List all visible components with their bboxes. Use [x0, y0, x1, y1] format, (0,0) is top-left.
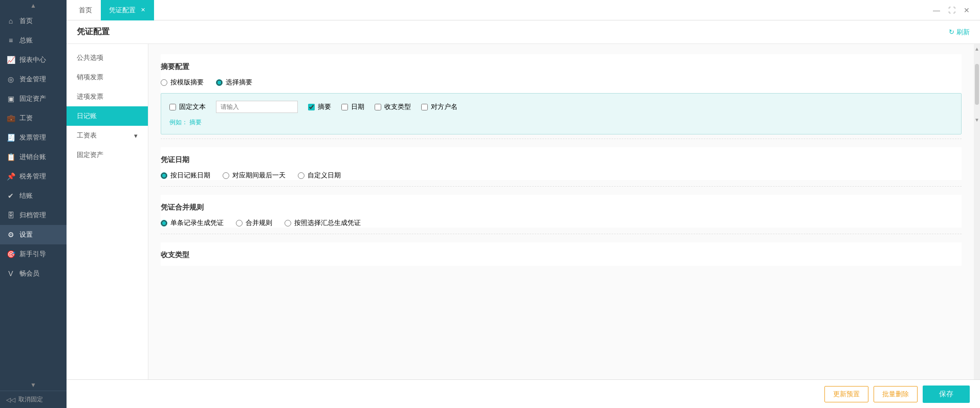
abstract-radio-select[interactable]: 选择摘要: [216, 78, 252, 87]
abstract-checkbox[interactable]: [308, 104, 315, 110]
income-type-section-title: 收支类型: [161, 242, 962, 266]
member-icon: V: [6, 269, 15, 278]
date-radio-journal[interactable]: 按日记账日期: [161, 171, 210, 180]
abstract-example: 例如： 摘要: [169, 118, 953, 127]
counterpart-name-checkbox[interactable]: [421, 104, 428, 110]
left-nav-fixed-assets[interactable]: 固定资产: [67, 145, 148, 165]
sidebar-item-ledger[interactable]: ≡ 总账: [0, 31, 67, 50]
batch-delete-button[interactable]: 批量删除: [874, 386, 918, 402]
left-nav-purchase-invoice[interactable]: 进项发票: [67, 87, 148, 106]
left-nav-public[interactable]: 公共选项: [67, 48, 148, 67]
date-journal-radio[interactable]: [161, 172, 167, 179]
tax-icon: 📌: [6, 172, 15, 180]
scroll-arrow-bottom[interactable]: ▼: [974, 115, 979, 125]
right-content: 摘要配置 按模版摘要 选择摘要: [148, 44, 974, 379]
checkbox-date[interactable]: 日期: [341, 102, 364, 111]
merge-radio-rules[interactable]: 合并规则: [236, 218, 272, 228]
abstract-section: 摘要配置 按模版摘要 选择摘要: [161, 54, 962, 134]
bottom-bar: 更新预置 批量删除 保存: [67, 379, 980, 408]
checkbox-abstract[interactable]: 摘要: [308, 102, 331, 111]
save-button[interactable]: 保存: [923, 386, 970, 403]
date-last-day-radio[interactable]: [223, 172, 229, 179]
divider-1: [161, 139, 962, 139]
sidebar-unpin-button[interactable]: ◁◁ 取消固定: [0, 391, 67, 408]
reports-icon: 📈: [6, 56, 15, 64]
abstract-select-radio[interactable]: [216, 79, 223, 86]
sidebar-item-tax[interactable]: 📌 税务管理: [0, 167, 67, 186]
date-custom-radio[interactable]: [298, 172, 304, 179]
fixed-text-input[interactable]: [216, 101, 298, 113]
sidebar-item-archive[interactable]: 🗄 归档管理: [0, 206, 67, 225]
divider-2: [161, 186, 962, 187]
tab-home[interactable]: 首页: [71, 0, 101, 20]
sidebar-item-reports[interactable]: 📈 报表中心: [0, 50, 67, 70]
tab-voucher-config[interactable]: 凭证配置 ✕: [101, 0, 154, 20]
pin-icon: ◁◁: [6, 396, 15, 403]
merge-radio-single[interactable]: 单条记录生成凭证: [161, 218, 224, 228]
settings-icon: ⚙: [6, 231, 15, 239]
date-checkbox[interactable]: [341, 104, 348, 110]
merge-radio-summary[interactable]: 按照选择汇总生成凭证: [285, 218, 361, 228]
sidebar-item-salary[interactable]: 💼 工资: [0, 108, 67, 128]
left-nav: 公共选项 销项发票 进项发票 日记账 工资表 ▾ 固定资产: [67, 44, 148, 379]
sidebar-item-home[interactable]: ⌂ 首页: [0, 11, 67, 31]
sidebar-item-guide[interactable]: 🎯 新手引导: [0, 244, 67, 264]
checkbox-counterpart-name[interactable]: 对方户名: [421, 102, 458, 111]
date-radio-last-day[interactable]: 对应期间最后一天: [223, 171, 286, 180]
scroll-thumb[interactable]: [975, 64, 979, 105]
refresh-button[interactable]: ↻ 刷新: [949, 28, 970, 37]
merge-radio-group: 单条记录生成凭证 合并规则 按照选择汇总生成凭证: [161, 218, 962, 228]
date-radio-custom[interactable]: 自定义日期: [298, 171, 341, 180]
sidebar-item-assets[interactable]: ▣ 固定资产: [0, 89, 67, 108]
tab-bar-controls: — ⛶ ✕: [931, 5, 976, 15]
sidebar-item-funds[interactable]: ◎ 资金管理: [0, 70, 67, 89]
minimize-button[interactable]: —: [931, 5, 942, 15]
checkbox-fixed-text[interactable]: 固定文本: [169, 102, 206, 111]
date-section-title: 凭证日期: [161, 147, 962, 171]
checkbox-income-type[interactable]: 收支类型: [375, 102, 411, 111]
funds-icon: ◎: [6, 75, 15, 83]
trade-icon: 📋: [6, 153, 15, 161]
left-nav-payroll[interactable]: 工资表 ▾: [67, 126, 148, 145]
merge-summary-radio[interactable]: [285, 220, 291, 226]
sidebar: ▲ ⌂ 首页 ≡ 总账 📈 报表中心 ◎ 资金管理 ▣ 固定资产 💼 工资 🧾 …: [0, 0, 67, 408]
date-radio-group: 按日记账日期 对应期间最后一天 自定义日期: [161, 171, 962, 180]
checkout-icon: ✔: [6, 192, 15, 200]
divider-3: [161, 234, 962, 234]
income-type-checkbox[interactable]: [375, 104, 381, 110]
income-type-section: 收支类型: [161, 242, 962, 266]
salary-icon: 💼: [6, 114, 15, 122]
page-title: 凭证配置: [77, 27, 110, 37]
sidebar-item-trade[interactable]: 📋 进销台账: [0, 147, 67, 167]
tab-close-button[interactable]: ✕: [141, 7, 145, 13]
update-preview-button[interactable]: 更新预置: [824, 386, 868, 402]
sidebar-item-invoice[interactable]: 🧾 发票管理: [0, 128, 67, 147]
main-area: 首页 凭证配置 ✕ — ⛶ ✕ 凭证配置 ↻ 刷新 公共选项 销项: [67, 0, 980, 408]
abstract-radio-group: 按模版摘要 选择摘要: [161, 78, 962, 87]
content-with-scroll: 摘要配置 按模版摘要 选择摘要: [148, 44, 980, 379]
page-header: 凭证配置 ↻ 刷新: [67, 20, 980, 44]
merge-single-radio[interactable]: [161, 220, 167, 226]
abstract-config-box: 固定文本 摘要 日期: [161, 93, 962, 134]
content-area: 公共选项 销项发票 进项发票 日记账 工资表 ▾ 固定资产: [67, 44, 980, 379]
abstract-radio-template[interactable]: 按模版摘要: [161, 78, 204, 87]
fixed-text-checkbox[interactable]: [169, 104, 176, 110]
abstract-template-radio[interactable]: [161, 79, 167, 86]
assets-icon: ▣: [6, 95, 15, 103]
sidebar-item-settings[interactable]: ⚙ 设置: [0, 225, 67, 244]
sidebar-item-member[interactable]: V 畅会员: [0, 264, 67, 283]
left-nav-journal[interactable]: 日记账: [67, 106, 148, 126]
sidebar-scroll-down[interactable]: ▼: [0, 379, 67, 391]
maximize-button[interactable]: ⛶: [946, 5, 957, 15]
sidebar-item-checkout[interactable]: ✔ 结账: [0, 186, 67, 206]
left-nav-sales-invoice[interactable]: 销项发票: [67, 67, 148, 87]
merge-rules-radio[interactable]: [236, 220, 243, 226]
archive-icon: 🗄: [6, 211, 15, 219]
scroll-arrow-top[interactable]: ▲: [974, 44, 979, 54]
merge-section: 凭证合并规则 单条记录生成凭证 合并规则: [161, 195, 962, 228]
sidebar-scroll-up[interactable]: ▲: [0, 0, 67, 11]
window-close-button[interactable]: ✕: [962, 5, 972, 15]
abstract-checkbox-row: 固定文本 摘要 日期: [169, 101, 953, 113]
sidebar-nav: ⌂ 首页 ≡ 总账 📈 报表中心 ◎ 资金管理 ▣ 固定资产 💼 工资 🧾 发票…: [0, 11, 67, 379]
home-icon: ⌂: [6, 17, 15, 25]
